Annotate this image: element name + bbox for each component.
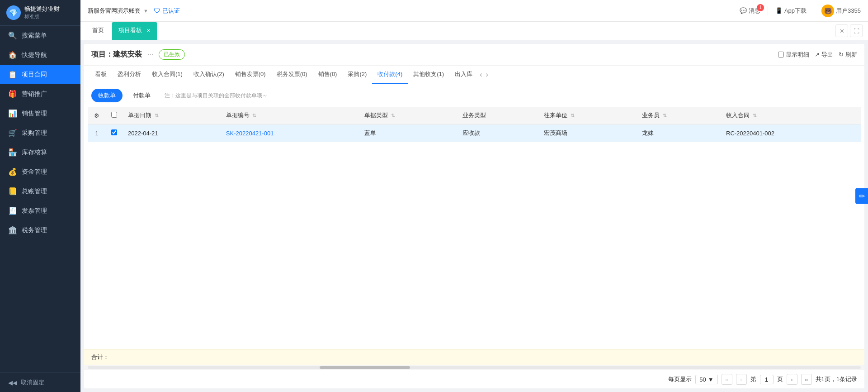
sub-tab-purchase[interactable]: 采购(2): [342, 66, 372, 84]
col-salesman[interactable]: 业务员 ⇅: [637, 107, 721, 124]
table-row[interactable]: 1 2022-04-21 SK-20220421-001 蓝单 应收款 宏茂商场…: [88, 124, 861, 142]
sidebar-item-inventory[interactable]: 🏪 库存核算: [0, 143, 80, 162]
sub-tab-profit[interactable]: 盈利分析: [112, 66, 146, 84]
sidebar-item-quick-nav[interactable]: 🏠 快捷导航: [0, 45, 80, 65]
scrollbar-track: [88, 366, 861, 369]
show-detail-input[interactable]: [778, 52, 784, 57]
sidebar-item-tax-mgmt[interactable]: 🏛️ 税务管理: [0, 220, 80, 240]
current-page-input[interactable]: [760, 375, 774, 384]
export-label: 导出: [821, 51, 833, 59]
sub-tab-sales[interactable]: 销售(0): [313, 66, 343, 84]
sub-tabs-next-arrow[interactable]: ›: [484, 71, 490, 79]
sub-tab-collection[interactable]: 收付款(4): [372, 66, 408, 84]
sidebar-item-marketing[interactable]: 🎁 营销推广: [0, 84, 80, 104]
first-page-button[interactable]: «: [722, 374, 732, 385]
record-link[interactable]: SK-20220421-001: [226, 130, 274, 137]
total-records-label: 共1页，1条记录: [816, 375, 857, 383]
tab-project-board[interactable]: 项目看板 ✕: [112, 22, 157, 40]
select-all-checkbox[interactable]: [111, 112, 117, 118]
prev-page-icon: ‹: [740, 376, 742, 383]
app-download-button[interactable]: 📱 App下载: [775, 7, 807, 15]
project-more-icon[interactable]: ···: [147, 51, 153, 59]
sidebar-item-search-menu[interactable]: 🔍 搜索菜单: [0, 26, 80, 45]
sidebar-item-ledger-mgmt[interactable]: 📒 总账管理: [0, 182, 80, 201]
tab-close-icon[interactable]: ✕: [146, 28, 151, 33]
sub-tab-tax-invoice[interactable]: 税务发票(0): [271, 66, 313, 84]
page-unit: 页: [777, 375, 783, 383]
payments-tab[interactable]: 付款单: [126, 89, 157, 102]
tabs-bar: 首页 项目看板 ✕ ✕ ⛶: [80, 22, 868, 40]
next-page-button[interactable]: ›: [787, 374, 797, 385]
row-biz-type: 应收款: [457, 124, 538, 142]
page-size-value: 50: [699, 376, 706, 383]
show-detail-checkbox[interactable]: 显示明细: [778, 51, 809, 59]
unpin-button[interactable]: ◀◀ 取消固定: [0, 373, 80, 392]
page-size-selector[interactable]: 50 ▼: [695, 375, 717, 384]
header-left: 新服务官网演示账套 ▼ 🛡 已认证: [88, 7, 180, 15]
sidebar-item-label: 发票管理: [22, 207, 47, 215]
horizontal-scrollbar[interactable]: [84, 365, 864, 370]
col-date[interactable]: 单据日期 ⇅: [123, 107, 221, 124]
sidebar-item-fund-mgmt[interactable]: 💰 资金管理: [0, 162, 80, 182]
shield-icon: 🛡: [154, 7, 160, 14]
sub-tab-income-contract[interactable]: 收入合同(1): [146, 66, 188, 84]
col-income-contract[interactable]: 收入合同 ⇅: [721, 107, 861, 124]
sub-tab-kanban[interactable]: 看板: [90, 66, 112, 84]
sub-tab-sales-invoice[interactable]: 销售发票(0): [230, 66, 271, 84]
account-selector[interactable]: 新服务官网演示账套 ▼: [88, 7, 148, 15]
row-partner: 宏茂商场: [538, 124, 637, 142]
refresh-button[interactable]: ↻ 刷新: [839, 51, 857, 59]
phone-icon: 📱: [775, 7, 783, 14]
logo-icon: 💎: [6, 5, 21, 20]
scrollbar-thumb[interactable]: [320, 366, 410, 369]
tab-home[interactable]: 首页: [86, 22, 110, 40]
col-check: [106, 107, 123, 124]
sidebar-item-purchase-mgmt[interactable]: 🛒 采购管理: [0, 123, 80, 143]
export-button[interactable]: ↗ 导出: [815, 51, 833, 59]
sub-tab-warehouse[interactable]: 出入库: [449, 66, 478, 84]
row-type: 蓝单: [359, 124, 457, 142]
tab-maximize-button[interactable]: ⛶: [850, 24, 863, 37]
col-number[interactable]: 单据编号 ⇅: [221, 107, 359, 124]
col-settings[interactable]: ⚙: [88, 107, 106, 124]
export-icon: ↗: [815, 51, 820, 58]
status-badge: 已生效: [159, 49, 185, 60]
user-profile[interactable]: 🐻 用户3355: [821, 5, 861, 17]
col-type-label: 单据类型: [364, 112, 388, 119]
sidebar-item-label: 搜索菜单: [22, 32, 47, 40]
row-checkbox[interactable]: [111, 129, 117, 135]
col-partner[interactable]: 往来单位 ⇅: [538, 107, 637, 124]
sidebar-item-project-contract[interactable]: 📋 项目合同: [0, 65, 80, 84]
certified-badge: 🛡 已认证: [154, 7, 180, 15]
sub-tab-income-confirm[interactable]: 收入确认(2): [188, 66, 230, 84]
sub-tab-other-expense[interactable]: 其他收支(1): [408, 66, 449, 84]
message-badge: 1: [757, 4, 764, 11]
quick-nav-icon: 🏠: [8, 51, 17, 59]
col-type[interactable]: 单据类型 ⇅: [359, 107, 457, 124]
sidebar: 💎 畅捷通好业财 标准版 🔍 搜索菜单🏠 快捷导航📋 项目合同🎁 营销推广📊 销…: [0, 0, 80, 392]
col-salesman-label: 业务员: [642, 112, 660, 119]
refresh-label: 刷新: [845, 51, 857, 59]
tab-close-window-button[interactable]: ✕: [835, 24, 848, 37]
sidebar-item-sales-mgmt[interactable]: 📊 销售管理: [0, 104, 80, 123]
pagination: 每页显示 50 ▼ « ‹ 第 页 › » 共1页，1条记录: [84, 370, 864, 388]
collection-note: 注：这里是与项目关联的全部收付款单哦～: [165, 92, 268, 100]
sub-tabs-prev-arrow[interactable]: ‹: [478, 71, 484, 79]
col-salesman-sort-icon: ⇅: [663, 113, 667, 118]
message-button[interactable]: 💬 消息 1: [740, 7, 760, 15]
first-page-icon: «: [725, 376, 728, 383]
table-container: ⚙ 单据日期 ⇅ 单据编号 ⇅ 单据类型: [84, 107, 864, 349]
purchase-mgmt-icon: 🛒: [8, 129, 17, 137]
receipts-tab[interactable]: 收款单: [91, 89, 123, 102]
refresh-icon: ↻: [839, 51, 844, 58]
message-icon: 💬: [740, 7, 747, 14]
sidebar-nav: 🔍 搜索菜单🏠 快捷导航📋 项目合同🎁 营销推广📊 销售管理🛒 采购管理🏪 库存…: [0, 26, 80, 373]
floating-edit-icon[interactable]: ✏: [855, 188, 868, 204]
header-divider-1: [768, 6, 768, 15]
sidebar-item-invoice-mgmt[interactable]: 🧾 发票管理: [0, 201, 80, 220]
last-page-button[interactable]: »: [801, 374, 812, 385]
project-title: 项目：建筑安装: [91, 50, 142, 59]
prev-page-button[interactable]: ‹: [736, 374, 747, 385]
account-dropdown-icon[interactable]: ▼: [143, 8, 148, 14]
app-logo: 💎 畅捷通好业财 标准版: [0, 0, 80, 26]
